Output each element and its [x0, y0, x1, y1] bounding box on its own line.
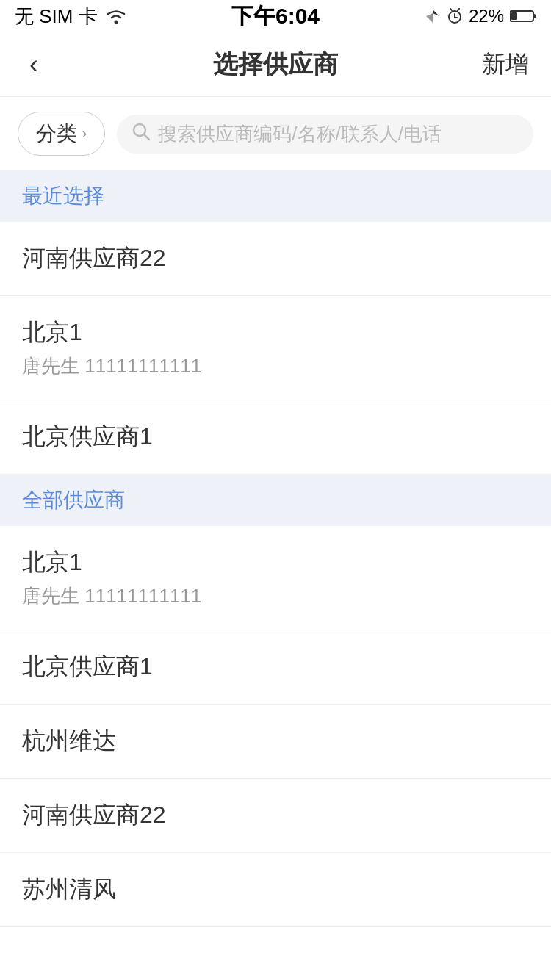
search-box — [117, 115, 533, 154]
list-item-1-1[interactable]: 北京供应商1 — [0, 630, 551, 705]
wifi-icon — [105, 8, 127, 24]
item-sub-0-1: 唐先生 11111111111 — [22, 353, 529, 379]
sections-container: 最近选择河南供应商22北京1唐先生 11111111111北京供应商1全部供应商… — [0, 170, 551, 927]
chevron-right-icon: › — [82, 124, 87, 143]
status-bar: 无 SIM 卡 下午6:04 22% — [0, 0, 551, 32]
svg-point-0 — [114, 21, 118, 24]
page-title: 选择供应商 — [213, 48, 338, 82]
status-left: 无 SIM 卡 — [15, 4, 127, 29]
list-item-1-4[interactable]: 苏州清风 — [0, 853, 551, 927]
svg-line-5 — [458, 9, 459, 10]
status-time: 下午6:04 — [231, 1, 320, 32]
item-name-1-1: 北京供应商1 — [22, 651, 529, 683]
category-label: 分类 — [36, 120, 77, 148]
list-item-0-0[interactable]: 河南供应商22 — [0, 222, 551, 296]
alarm-icon — [447, 8, 463, 24]
battery-percent: 22% — [469, 6, 504, 26]
list-item-1-2[interactable]: 杭州维达 — [0, 705, 551, 779]
sim-status: 无 SIM 卡 — [15, 4, 98, 29]
section-header-0: 最近选择 — [0, 170, 551, 222]
item-name-1-4: 苏州清风 — [22, 873, 529, 906]
list-item-0-1[interactable]: 北京1唐先生 11111111111 — [0, 296, 551, 400]
item-name-0-2: 北京供应商1 — [22, 421, 529, 453]
status-right: 22% — [425, 6, 536, 26]
add-button[interactable]: 新增 — [482, 48, 529, 81]
svg-rect-8 — [511, 12, 517, 20]
item-sub-1-0: 唐先生 11111111111 — [22, 583, 529, 609]
nav-bar: ‹ 选择供应商 新增 — [0, 32, 551, 97]
battery-icon — [510, 10, 536, 23]
category-button[interactable]: 分类 › — [18, 112, 105, 156]
svg-line-4 — [450, 9, 452, 10]
filter-bar: 分类 › — [0, 97, 551, 170]
list-item-0-2[interactable]: 北京供应商1 — [0, 400, 551, 475]
section-header-text-0: 最近选择 — [22, 184, 104, 207]
list-item-1-3[interactable]: 河南供应商22 — [0, 779, 551, 853]
search-input[interactable] — [158, 123, 519, 145]
item-name-1-2: 杭州维达 — [22, 725, 529, 757]
list-item-1-0[interactable]: 北京1唐先生 11111111111 — [0, 526, 551, 630]
back-button[interactable]: ‹ — [22, 42, 46, 87]
item-name-1-0: 北京1 — [22, 547, 529, 579]
item-name-0-1: 北京1 — [22, 317, 529, 349]
item-name-0-0: 河南供应商22 — [22, 242, 529, 275]
section-header-1: 全部供应商 — [0, 475, 551, 526]
location-icon — [425, 8, 441, 24]
search-icon — [132, 122, 151, 146]
svg-line-10 — [144, 134, 149, 140]
section-header-text-1: 全部供应商 — [22, 489, 125, 511]
item-name-1-3: 河南供应商22 — [22, 799, 529, 832]
svg-rect-7 — [533, 14, 536, 18]
